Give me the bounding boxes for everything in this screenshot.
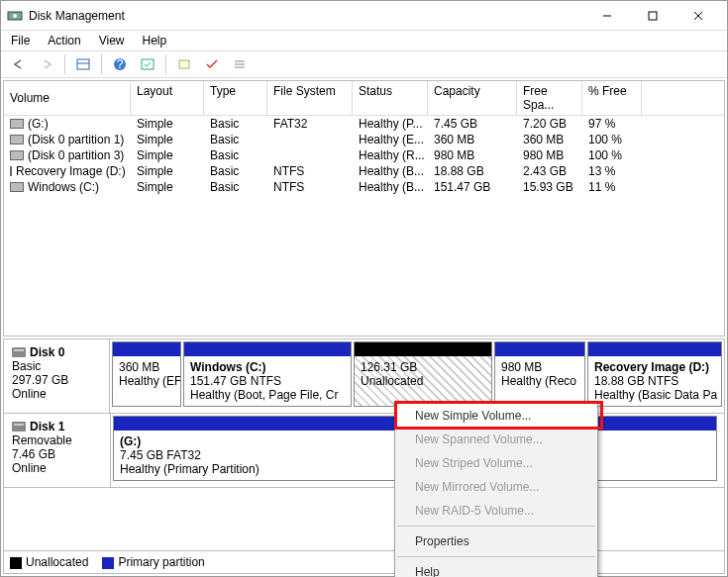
col-pctfree[interactable]: % Free (582, 81, 642, 115)
check-icon[interactable] (200, 53, 224, 75)
menu-action[interactable]: Action (48, 34, 80, 48)
legend-primary: Primary partition (118, 555, 204, 569)
volume-icon (10, 119, 24, 129)
col-filesystem[interactable]: File System (267, 81, 353, 115)
disk-info[interactable]: Disk 0Basic297.97 GBOnline (4, 339, 110, 413)
disk-management-window: Disk Management File Action View Help ? … (0, 0, 728, 577)
legend-primary-swatch (102, 557, 114, 569)
legend: Unallocated Primary partition (4, 550, 724, 573)
svg-rect-6 (77, 59, 89, 69)
col-capacity[interactable]: Capacity (428, 81, 517, 115)
ctx-new-raid5-volume: New RAID-5 Volume... (395, 499, 597, 523)
menu-file[interactable]: File (11, 34, 30, 48)
help-icon[interactable]: ? (108, 53, 132, 75)
disk-icon (12, 422, 26, 432)
volume-row[interactable]: (Disk 0 partition 3)SimpleBasicHealthy (… (4, 147, 724, 163)
volume-row[interactable]: (G:)SimpleBasicFAT32Healthy (P...7.45 GB… (4, 116, 724, 132)
legend-unallocated-swatch (10, 557, 22, 569)
col-freespace[interactable]: Free Spa... (517, 81, 582, 115)
forward-button[interactable] (35, 53, 58, 75)
context-menu: New Simple Volume... New Spanned Volume.… (394, 401, 598, 577)
disk-icon (12, 347, 26, 357)
svg-text:?: ? (117, 57, 124, 71)
svg-rect-3 (649, 12, 657, 20)
volume-icon (10, 166, 12, 176)
menu-help[interactable]: Help (143, 34, 167, 48)
close-button[interactable] (676, 1, 721, 31)
refresh-icon[interactable] (136, 53, 159, 75)
volume-icon (10, 150, 24, 160)
volume-icon (10, 135, 24, 144)
volume-list: Volume Layout Type File System Status Ca… (3, 80, 725, 337)
partition[interactable]: Windows (C:)151.47 GB NTFSHealthy (Boot,… (183, 341, 352, 407)
col-layout[interactable]: Layout (131, 81, 204, 115)
menu-view[interactable]: View (99, 34, 125, 48)
svg-rect-11 (179, 60, 189, 68)
col-volume[interactable]: Volume (4, 81, 131, 115)
partition-unallocated[interactable]: 126.31 GBUnallocated (354, 341, 492, 407)
svg-point-1 (13, 14, 17, 18)
app-icon (7, 8, 23, 24)
svg-rect-10 (142, 59, 154, 69)
volume-list-header: Volume Layout Type File System Status Ca… (4, 81, 724, 116)
ctx-new-mirrored-volume: New Mirrored Volume... (395, 475, 597, 499)
toolbar: ? (1, 50, 727, 78)
disk-info[interactable]: Disk 1Removable7.46 GBOnline (4, 414, 111, 487)
menubar: File Action View Help (1, 31, 727, 50)
maximize-button[interactable] (630, 1, 676, 31)
minimize-button[interactable] (584, 1, 630, 31)
disk-graphical-view: Disk 0Basic297.97 GBOnline360 MBHealthy … (3, 338, 725, 574)
col-status[interactable]: Status (353, 81, 428, 115)
ctx-new-simple-volume[interactable]: New Simple Volume... (395, 404, 597, 428)
legend-unallocated: Unallocated (26, 555, 88, 569)
view-toggle-icon[interactable] (71, 53, 95, 75)
list-icon[interactable] (228, 53, 252, 75)
disk-row: Disk 1Removable7.46 GBOnline(G:)7.45 GB … (4, 414, 724, 488)
ctx-help[interactable]: Help (395, 560, 597, 577)
ctx-new-spanned-volume: New Spanned Volume... (395, 428, 597, 451)
ctx-new-striped-volume: New Striped Volume... (395, 451, 597, 475)
titlebar: Disk Management (1, 1, 727, 31)
col-type[interactable]: Type (204, 81, 267, 115)
ctx-properties[interactable]: Properties (395, 529, 597, 553)
settings-icon[interactable] (172, 53, 196, 75)
volume-row[interactable]: (Disk 0 partition 1)SimpleBasicHealthy (… (4, 132, 724, 147)
volume-row[interactable]: Recovery Image (D:)SimpleBasicNTFSHealth… (4, 163, 724, 179)
partition[interactable]: 980 MBHealthy (Reco (494, 341, 585, 407)
partition[interactable]: 360 MBHealthy (EFI (112, 341, 181, 407)
volume-row[interactable]: Windows (C:)SimpleBasicNTFSHealthy (B...… (4, 179, 724, 195)
volume-icon (10, 182, 24, 192)
back-button[interactable] (7, 53, 31, 75)
disk-row: Disk 0Basic297.97 GBOnline360 MBHealthy … (4, 339, 724, 414)
window-title: Disk Management (29, 9, 584, 23)
partition[interactable]: Recovery Image (D:)18.88 GB NTFSHealthy … (587, 341, 722, 407)
